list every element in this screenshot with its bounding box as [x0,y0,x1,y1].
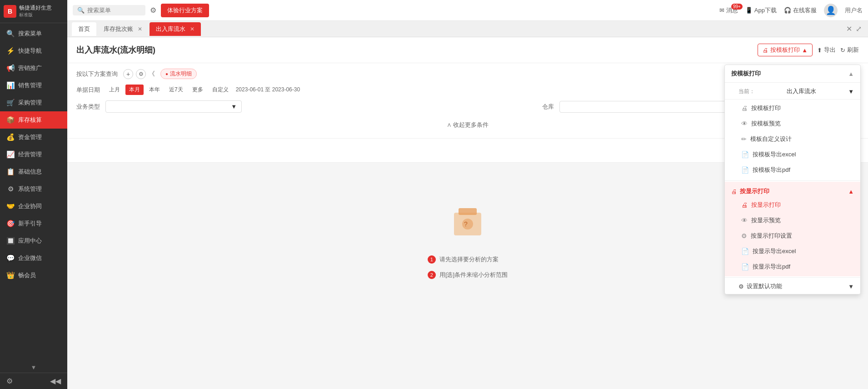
inventory-icon: 📦 [6,116,15,124]
user-avatar[interactable]: 👤 [824,4,838,17]
app-logo: B [4,5,16,18]
date-opt-last-month[interactable]: 上月 [105,85,124,95]
footer-collapse-icon[interactable]: ◀◀ [50,377,61,385]
wechat-icon: 💬 [6,254,15,262]
display-section: 🖨 按显示打印 ▲ 🖨 按显示打印 👁 按显示预览 ⚙ [725,182,860,276]
preview-icon-2: 👁 [741,217,748,224]
display-export-excel-item[interactable]: 📄 按显示导出excel [725,244,860,259]
filter-add-button[interactable]: + [123,69,133,79]
current-value: 出入库流水 [787,87,816,95]
sidebar-item-search[interactable]: 🔍 搜索菜单 [0,25,67,42]
template-export-excel-item[interactable]: 📄 按模板导出excel [725,147,860,162]
display-section-header[interactable]: 🖨 按显示打印 ▲ [725,184,860,197]
sidebar-item-enterprise[interactable]: 🤝 企业协同 [0,198,67,215]
sidebar-item-vip[interactable]: 👑 畅会员 [0,267,67,284]
page-title: 出入库流水(流水明细) [76,45,155,62]
online-service-label: 在线客服 [793,6,817,15]
sales-icon: 📊 [6,81,15,90]
filter-actions: + ⚙ 《 [123,69,155,79]
refresh-icon: ↻ [840,47,845,54]
template-print-panel: 按模板打印 ▲ 当前： 出入库流水 ▼ 🖨 按模板打印 👁 [724,65,861,294]
sidebar-item-basics[interactable]: 📋 基础信息 [0,163,67,180]
template-custom-item[interactable]: ✏ 模板自定义设计 [725,131,860,147]
headset-icon: 🎧 [784,7,791,14]
panel-collapse-icon[interactable]: ▲ [848,70,854,77]
window-close-icon[interactable]: ✕ [846,25,852,33]
page-header: 出入库流水(流水明细) 🖨 按模板打印 ▲ ⬆ 导出 ↻ [67,37,868,63]
template-preview-item-label: 按模板预览 [751,120,781,128]
export-button[interactable]: ⬆ 导出 [817,46,836,54]
app-download-button[interactable]: 📱 App下载 [745,6,777,15]
message-button[interactable]: ✉ 消息 99+ [719,6,738,15]
tab-inventory-batch-label: 库存批次账 [104,25,133,33]
sidebar-item-label: 资金管理 [18,133,42,141]
display-preview-item[interactable]: 👁 按显示预览 [725,213,860,228]
tab-home[interactable]: 首页 [72,22,96,36]
filter-settings-button[interactable]: ⚙ [136,69,146,79]
date-opt-this-year[interactable]: 本年 [145,85,164,95]
display-print-settings-item[interactable]: ⚙ 按显示打印设置 [725,228,860,244]
template-export-pdf-item[interactable]: 📄 按模板导出pdf [725,162,860,178]
app-center-icon: 🔲 [6,237,15,245]
svg-text:?: ? [464,220,468,228]
template-custom-item-label: 模板自定义设计 [750,135,792,143]
date-opt-this-month[interactable]: 本月 [125,85,144,95]
filter-collapse-button[interactable]: 《 [149,70,155,78]
online-service-button[interactable]: 🎧 在线客服 [784,6,817,15]
tab-inventory-batch-close[interactable]: ✕ [138,26,142,32]
sidebar-item-purchase[interactable]: 🛒 采购管理 [0,94,67,111]
message-icon: ✉ [719,7,724,14]
sidebar-item-label: 采购管理 [18,99,42,107]
display-print-item[interactable]: 🖨 按显示打印 [725,197,860,213]
date-opt-custom[interactable]: 自定义 [209,85,232,95]
business-type-dropdown[interactable]: ▼ [105,100,242,113]
search-input[interactable] [87,7,133,14]
set-default-item[interactable]: ⚙ 设置默认功能 ▼ [725,279,860,294]
sidebar-item-quick-nav[interactable]: ⚡ 快捷导航 [0,42,67,60]
app-name: 畅捷通好生意 [19,5,52,12]
refresh-button[interactable]: ↻ 刷新 [840,46,859,54]
footer-settings-icon[interactable]: ⚙ [6,377,13,385]
operations-icon: 📈 [6,150,15,159]
template-print-item[interactable]: 🖨 按模板打印 [725,100,860,116]
sidebar-footer: ⚙ ◀◀ [0,373,67,389]
current-template-item: 当前： 出入库流水 ▼ [725,85,860,98]
sidebar-item-operations[interactable]: 📈 经营管理 [0,146,67,163]
template-export-excel-label: 按模板导出excel [753,150,796,159]
sidebar: B 畅捷通好生意 标准版 🔍 搜索菜单 ⚡ 快捷导航 📢 营销推广 📊 销 [0,0,67,389]
sidebar-scroll-down[interactable]: ▼ [0,362,67,373]
filter-scheme-tag[interactable]: ● 流水明细 [160,69,197,79]
display-export-pdf-item[interactable]: 📄 按显示导出pdf [725,259,860,274]
template-print-button[interactable]: 🖨 按模板打印 ▲ [758,44,813,56]
sidebar-item-label: 营销推广 [18,64,42,72]
sidebar-item-finance[interactable]: 💰 资金管理 [0,129,67,146]
tab-inout-flow-close[interactable]: ✕ [190,26,195,32]
refresh-label: 刷新 [847,46,859,54]
sidebar-item-sales[interactable]: 📊 销售管理 [0,77,67,94]
sidebar-item-guide[interactable]: 🎯 新手引导 [0,215,67,232]
sidebar-item-app-center[interactable]: 🔲 应用中心 [0,232,67,249]
date-opt-more[interactable]: 更多 [189,85,207,95]
date-label: 单据日期 [76,86,100,94]
sidebar-item-label: 企业协同 [18,202,42,210]
display-export-excel-label: 按显示导出excel [753,247,796,255]
date-opt-last-7-days[interactable]: 近7天 [165,85,187,95]
sidebar-item-system[interactable]: ⚙ 系统管理 [0,180,67,198]
tab-inventory-batch[interactable]: 库存批次账 ✕ [97,22,149,36]
industry-button[interactable]: 体验行业方案 [161,4,209,17]
content-wrapper: 首页 库存批次账 ✕ 出入库流水 ✕ ✕ ⤢ 出入库流 [67,21,868,389]
current-chevron: ▼ [848,88,854,95]
display-print-section-icon: 🖨 [731,188,737,195]
sidebar-item-marketing[interactable]: 📢 营销推广 [0,60,67,77]
template-preview-item[interactable]: 👁 按模板预览 [725,116,860,131]
topbar-search-box[interactable]: 🔍 [73,5,145,15]
svg-rect-1 [459,208,477,215]
tab-inout-flow[interactable]: 出入库流水 ✕ [150,22,201,36]
topbar-gear-icon[interactable]: ⚙ [150,6,156,15]
window-expand-icon[interactable]: ⤢ [856,25,862,33]
sidebar-header: B 畅捷通好生意 标准版 [0,0,67,23]
sidebar-item-inventory[interactable]: 📦 库存核算 [0,111,67,129]
divider-1 [725,99,860,100]
sidebar-item-wechat[interactable]: 💬 企业微信 [0,249,67,267]
display-print-label: 按显示打印 [751,201,781,209]
